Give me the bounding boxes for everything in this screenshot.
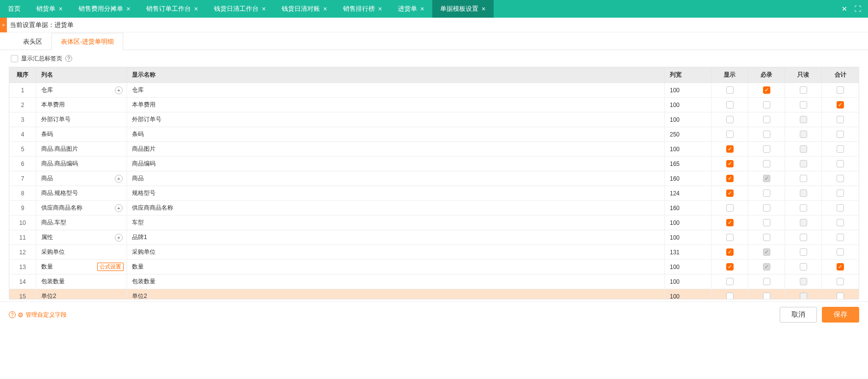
readonly-checkbox[interactable] (800, 175, 807, 182)
required-checkbox[interactable] (763, 219, 770, 226)
readonly-checkbox[interactable] (800, 101, 807, 108)
total-checkbox[interactable] (837, 278, 844, 285)
table-row[interactable]: 10商品.车型车型100 (9, 216, 859, 230)
close-all-icon[interactable]: ✕ (842, 5, 847, 13)
cell-display-name[interactable]: 仓库 (127, 83, 665, 97)
manage-custom-fields-link[interactable]: ? ⚙ 管理自定义字段 (9, 311, 67, 319)
cell-display-name[interactable]: 商品编码 (127, 157, 665, 171)
total-checkbox[interactable] (837, 175, 844, 182)
required-checkbox[interactable] (763, 145, 770, 153)
close-icon[interactable]: ✕ (262, 6, 266, 12)
cell-width[interactable]: 165 (665, 157, 711, 171)
required-checkbox[interactable] (763, 116, 770, 123)
top-tab[interactable]: 销售排行榜✕ (335, 0, 390, 18)
cell-display-name[interactable]: 本单费用 (127, 98, 665, 112)
show-checkbox[interactable] (726, 204, 734, 212)
cell-width[interactable]: 100 (665, 260, 711, 274)
close-icon[interactable]: ✕ (378, 6, 382, 12)
total-checkbox[interactable] (837, 248, 844, 256)
required-checkbox[interactable] (763, 101, 770, 108)
cell-display-name[interactable]: 条码 (127, 127, 665, 141)
sub-tab[interactable]: 表头区 (14, 33, 52, 50)
show-checkbox[interactable] (726, 116, 734, 123)
show-checkbox[interactable] (726, 263, 734, 271)
close-icon[interactable]: ✕ (323, 6, 327, 12)
formula-button[interactable]: 公式设置 (97, 263, 124, 271)
table-row[interactable]: 14包装数量包装数量100 (9, 274, 859, 289)
show-checkbox[interactable] (726, 190, 734, 197)
table-row[interactable]: 3外部订单号外部订单号100 (9, 112, 859, 127)
cell-width[interactable]: 100 (665, 83, 711, 97)
readonly-checkbox[interactable] (800, 86, 807, 94)
readonly-checkbox[interactable] (800, 248, 807, 256)
total-checkbox[interactable] (837, 116, 844, 123)
top-tab[interactable]: 销货单✕ (28, 0, 71, 18)
close-icon[interactable]: ✕ (194, 6, 198, 12)
cell-display-name[interactable]: 规格型号 (127, 186, 665, 200)
show-checkbox[interactable] (726, 86, 734, 94)
top-tab[interactable]: 钱货日清对账✕ (274, 0, 335, 18)
total-checkbox[interactable] (837, 204, 844, 212)
show-checkbox[interactable] (726, 101, 734, 108)
show-checkbox[interactable] (726, 160, 734, 167)
add-icon[interactable]: + (115, 234, 123, 242)
cell-width[interactable]: 100 (665, 289, 711, 299)
cell-width[interactable]: 100 (665, 112, 711, 127)
total-checkbox[interactable] (837, 190, 844, 197)
show-summary-checkbox[interactable] (11, 55, 18, 62)
save-button[interactable]: 保存 (822, 307, 859, 323)
cell-width[interactable]: 100 (665, 98, 711, 112)
cancel-button[interactable]: 取消 (780, 307, 817, 323)
help-icon[interactable]: ? (65, 55, 72, 62)
required-checkbox[interactable] (763, 131, 770, 138)
cell-width[interactable]: 100 (665, 274, 711, 289)
cell-width[interactable]: 131 (665, 245, 711, 259)
table-row[interactable]: 12采购单位采购单位131 (9, 245, 859, 260)
required-checkbox[interactable] (763, 86, 770, 94)
table-row[interactable]: 11属性+品牌1100 (9, 230, 859, 245)
required-checkbox[interactable] (763, 234, 770, 241)
cell-display-name[interactable]: 车型 (127, 216, 665, 230)
total-checkbox[interactable] (837, 145, 844, 153)
close-icon[interactable]: ✕ (126, 6, 131, 12)
cell-width[interactable]: 100 (665, 230, 711, 244)
cell-display-name[interactable]: 供应商商品名称 (127, 201, 665, 215)
total-checkbox[interactable] (837, 219, 844, 226)
cell-display-name[interactable]: 采购单位 (127, 245, 665, 259)
show-checkbox[interactable] (726, 219, 734, 226)
readonly-checkbox[interactable] (800, 263, 807, 271)
readonly-checkbox[interactable] (800, 234, 807, 241)
fullscreen-icon[interactable]: ⛶ (854, 5, 861, 13)
total-checkbox[interactable] (837, 234, 844, 241)
cell-display-name[interactable]: 商品图片 (127, 142, 665, 156)
total-checkbox[interactable] (837, 263, 844, 271)
table-row[interactable]: 7商品+商品160 (9, 171, 859, 186)
cell-width[interactable]: 160 (665, 201, 711, 215)
sub-tab[interactable]: 表体区-进货单明细 (52, 33, 123, 50)
cell-display-name[interactable]: 数量 (127, 260, 665, 274)
readonly-checkbox[interactable] (800, 204, 807, 212)
show-checkbox[interactable] (726, 175, 734, 182)
total-checkbox[interactable] (837, 131, 844, 138)
table-row[interactable]: 13数量公式设置数量100 (9, 260, 859, 274)
top-tab[interactable]: 单据模板设置✕ (432, 0, 494, 18)
top-tab[interactable]: 首页 (0, 0, 28, 18)
table-body[interactable]: 1仓库+仓库1002本单费用本单费用1003外部订单号外部订单号1004条码条码… (9, 83, 859, 299)
table-row[interactable]: 8商品.规格型号规格型号124 (9, 186, 859, 201)
table-row[interactable]: 5商品.商品图片商品图片100 (9, 142, 859, 157)
top-tab[interactable]: 销售订单工作台✕ (138, 0, 206, 18)
add-icon[interactable]: + (115, 86, 123, 94)
cell-width[interactable]: 250 (665, 127, 711, 141)
close-icon[interactable]: ✕ (58, 6, 63, 12)
table-row[interactable]: 2本单费用本单费用100 (9, 98, 859, 112)
cell-display-name[interactable]: 品牌1 (127, 230, 665, 244)
cell-display-name[interactable]: 商品 (127, 171, 665, 186)
cell-display-name[interactable]: 单位2 (127, 289, 665, 299)
table-row[interactable]: 4条码条码250 (9, 127, 859, 142)
required-checkbox[interactable] (763, 190, 770, 197)
total-checkbox[interactable] (837, 160, 844, 167)
show-checkbox[interactable] (726, 248, 734, 256)
show-checkbox[interactable] (726, 234, 734, 241)
total-checkbox[interactable] (837, 86, 844, 94)
cell-display-name[interactable]: 包装数量 (127, 274, 665, 289)
